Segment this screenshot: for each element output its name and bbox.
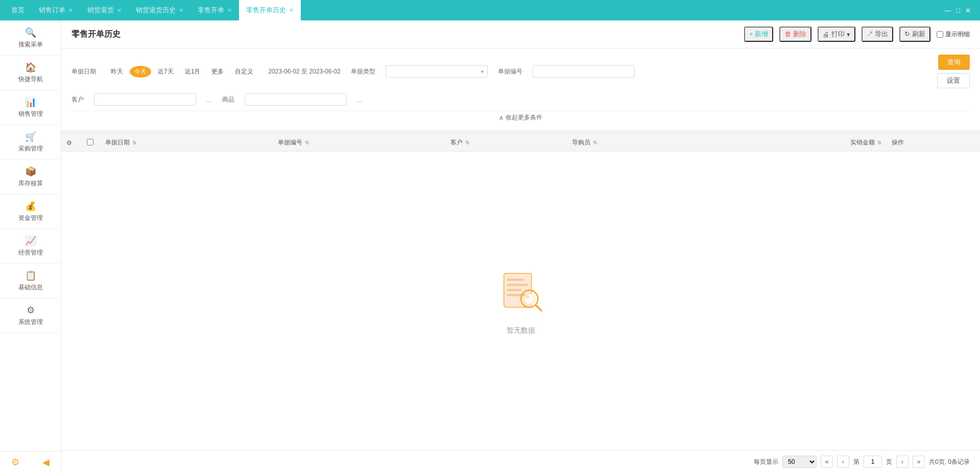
tab-retail-history[interactable]: 零售开单历史 ✕ bbox=[239, 0, 301, 20]
col-customer-sort-icon[interactable]: ⇅ bbox=[465, 140, 469, 145]
filter-row-2: 客户 ... 商品 ... bbox=[71, 93, 970, 106]
tab-sales-order[interactable]: 销售订单 ✕ bbox=[32, 0, 80, 20]
table-settings-icon[interactable]: ⚙ bbox=[66, 139, 72, 146]
tab-sales-return-close[interactable]: ✕ bbox=[117, 7, 122, 14]
print-dropdown-icon: ▾ bbox=[847, 31, 850, 38]
col-guide-label: 导购员 bbox=[572, 139, 590, 146]
query-button[interactable]: 查询 bbox=[938, 55, 970, 70]
col-guide-sort-icon[interactable]: ⇅ bbox=[593, 140, 597, 145]
tab-sales-return-history-close[interactable]: ✕ bbox=[179, 7, 183, 14]
goods-label: 商品 bbox=[222, 95, 234, 104]
refresh-button[interactable]: ↻ 刷新 bbox=[899, 27, 930, 42]
empty-illustration bbox=[495, 267, 546, 318]
date-btn-custom[interactable]: 自定义 bbox=[230, 66, 258, 78]
col-amount: 实销金额 ⇅ bbox=[714, 134, 887, 152]
tab-home[interactable]: 首页 bbox=[4, 0, 32, 20]
tab-retail-history-label: 零售开单历史 bbox=[246, 6, 286, 15]
col-date-sort-icon[interactable]: ⇅ bbox=[132, 140, 136, 145]
first-page-btn[interactable]: « bbox=[821, 456, 833, 468]
date-range-display: 2023-06-02 至 2023-06-02 bbox=[268, 67, 340, 76]
sidebar-item-inventory[interactable]: 📦 库存核算 bbox=[0, 160, 61, 194]
date-btn-last7[interactable]: 近7天 bbox=[153, 66, 178, 78]
date-btn-today[interactable]: 今天 bbox=[130, 66, 151, 78]
window-minimize[interactable]: — bbox=[944, 7, 951, 14]
delete-button[interactable]: 🗑 删除 bbox=[779, 27, 811, 42]
home-icon: 🏠 bbox=[25, 62, 36, 73]
last-page-btn[interactable]: » bbox=[913, 456, 925, 468]
window-maximize[interactable]: □ bbox=[956, 7, 960, 14]
col-number-sort-icon[interactable]: ⇅ bbox=[305, 140, 309, 145]
sidebar-item-sales[interactable]: 📊 销售管理 bbox=[0, 90, 61, 125]
sidebar-item-operations[interactable]: 📈 经营管理 bbox=[0, 229, 61, 264]
date-btn-more[interactable]: 更多 bbox=[207, 66, 228, 78]
window-close[interactable]: ✕ bbox=[965, 7, 971, 14]
next-page-btn[interactable]: › bbox=[896, 456, 909, 468]
empty-state: 暂无数据 bbox=[61, 152, 980, 450]
svg-point-6 bbox=[523, 293, 535, 304]
col-guide: 导购员 ⇅ bbox=[567, 134, 714, 152]
tab-home-label: 首页 bbox=[11, 6, 25, 15]
select-all-checkbox[interactable] bbox=[87, 139, 93, 145]
tab-sales-return-history[interactable]: 销货退货历史 ✕ bbox=[129, 0, 190, 20]
col-amount-sort-icon[interactable]: ⇅ bbox=[877, 140, 881, 145]
tab-retail-open[interactable]: 零售开单 ✕ bbox=[190, 0, 239, 20]
svg-rect-2 bbox=[507, 284, 528, 286]
goods-input[interactable] bbox=[245, 93, 347, 106]
display-detail-checkbox[interactable]: 显示明细 bbox=[937, 30, 970, 39]
per-page-label: 每页显示 bbox=[754, 458, 778, 466]
page-number-input[interactable] bbox=[864, 456, 882, 468]
col-amount-label: 实销金额 bbox=[850, 139, 875, 146]
data-table: ⚙ 单据日期 ⇅ 单据编号 ⇅ bbox=[61, 134, 980, 152]
sidebar-item-inventory-label: 库存核算 bbox=[18, 179, 43, 188]
empty-text: 暂无数据 bbox=[507, 326, 535, 335]
export-button[interactable]: ↗ 导出 bbox=[862, 27, 894, 42]
query-settings-col: 查询 设置 bbox=[927, 55, 970, 88]
sidebar-item-system[interactable]: ⚙ 系统管理 bbox=[0, 298, 61, 333]
top-bar-right: — □ ✕ bbox=[944, 7, 976, 14]
table-header: ⚙ 单据日期 ⇅ 单据编号 ⇅ bbox=[61, 134, 980, 152]
svg-line-7 bbox=[536, 305, 541, 311]
sidebar-item-basic[interactable]: 📋 基础信息 bbox=[0, 264, 61, 298]
prev-page-btn[interactable]: ‹ bbox=[837, 456, 849, 468]
sidebar-settings-icon[interactable]: ⚙ bbox=[11, 457, 19, 468]
goods-ellipsis[interactable]: ... bbox=[357, 96, 363, 104]
date-btn-last1month[interactable]: 近1月 bbox=[180, 66, 205, 78]
col-action: 操作 bbox=[887, 134, 980, 152]
tab-sales-return[interactable]: 销货退货 ✕ bbox=[80, 0, 129, 20]
sidebar: 🔍 搜索采单 🏠 快捷导航 📊 销售管理 🛒 采购管理 📦 库存核算 💰 资金管… bbox=[0, 20, 61, 473]
bill-number-input[interactable] bbox=[533, 65, 635, 78]
col-customer-label: 客户 bbox=[450, 139, 463, 146]
print-button[interactable]: 🖨 打印 ▾ bbox=[818, 27, 855, 42]
sidebar-item-purchase[interactable]: 🛒 采购管理 bbox=[0, 125, 61, 160]
customer-ellipsis[interactable]: ... bbox=[206, 96, 212, 104]
display-detail-input[interactable] bbox=[937, 31, 943, 38]
svg-rect-1 bbox=[507, 279, 523, 281]
doc-icon: 📋 bbox=[25, 270, 36, 281]
customer-label: 客户 bbox=[71, 95, 84, 104]
sidebar-item-search[interactable]: 🔍 搜索采单 bbox=[0, 20, 61, 56]
tab-sales-order-close[interactable]: ✕ bbox=[68, 7, 73, 14]
sidebar-item-search-label: 搜索采单 bbox=[18, 40, 43, 49]
add-button[interactable]: + 新增 bbox=[744, 27, 773, 42]
customer-input[interactable] bbox=[94, 93, 196, 106]
bill-type-label: 单据类型 bbox=[351, 67, 375, 76]
date-filter-label: 单据日期 bbox=[71, 67, 96, 76]
col-date-label: 单据日期 bbox=[105, 139, 130, 146]
per-page-select[interactable]: 50 10 20 100 bbox=[782, 456, 817, 468]
tab-sales-return-label: 销货退货 bbox=[87, 6, 114, 15]
sidebar-item-finance[interactable]: 💰 资金管理 bbox=[0, 194, 61, 229]
page-title: 零售开单历史 bbox=[71, 29, 121, 40]
sidebar-item-nav[interactable]: 🏠 快捷导航 bbox=[0, 56, 61, 90]
date-btn-yesterday[interactable]: 昨天 bbox=[106, 66, 128, 78]
box-icon: 📦 bbox=[25, 166, 36, 177]
pagination: 每页显示 50 10 20 100 « ‹ 第 页 › » 共0页, 0条记录 bbox=[61, 450, 980, 473]
filter-row-1: 单据日期 昨天 今天 近7天 近1月 更多 自定义 2023-06-02 至 2… bbox=[71, 55, 970, 88]
bill-type-select[interactable] bbox=[386, 65, 488, 78]
filter-settings-button[interactable]: 设置 bbox=[937, 73, 970, 88]
collapse-btn[interactable]: ∧ 收起更多条件 bbox=[71, 111, 970, 124]
sidebar-collapse-icon[interactable]: ◀ bbox=[42, 457, 50, 468]
col-customer: 客户 ⇅ bbox=[445, 134, 567, 152]
tab-retail-open-close[interactable]: ✕ bbox=[227, 7, 232, 14]
tab-retail-history-close[interactable]: ✕ bbox=[289, 7, 294, 14]
cart-icon: 🛒 bbox=[25, 131, 36, 142]
